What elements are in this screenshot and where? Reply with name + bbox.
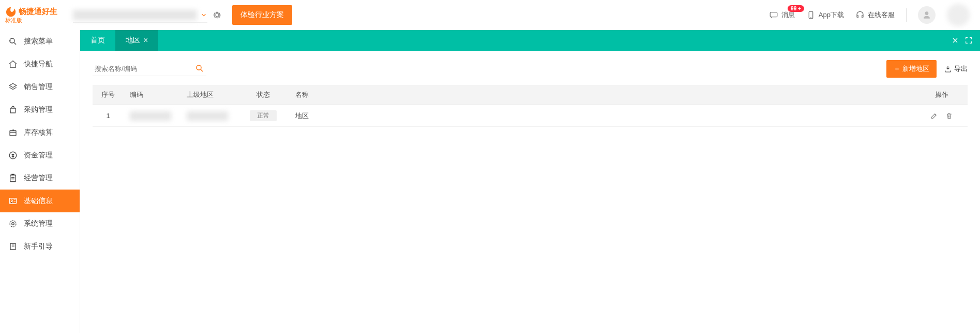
sidebar-item-label: 资金管理: [24, 151, 53, 160]
svg-rect-0: [770, 12, 777, 17]
phone-icon: [806, 10, 816, 20]
col-seq: 序号: [93, 85, 124, 105]
sidebar-item-label: 基础信息: [24, 196, 53, 206]
sidebar-item-label: 采购管理: [24, 105, 53, 114]
sidebar-item-5[interactable]: 资金管理: [0, 144, 80, 167]
tab-region[interactable]: 地区 ×: [115, 30, 158, 51]
svg-rect-6: [10, 175, 16, 182]
gear2-icon: [8, 219, 18, 228]
col-op: 操作: [916, 85, 968, 105]
close-icon[interactable]: ×: [143, 36, 148, 45]
brand-name: 畅捷通好生: [19, 7, 57, 17]
sidebar-item-8[interactable]: 系统管理: [0, 212, 80, 235]
brand-edition: 标准版: [5, 17, 57, 24]
sidebar-item-label: 库存核算: [24, 128, 53, 137]
company-name: xxxxx: [73, 10, 197, 20]
sidebar-item-label: 经营管理: [24, 173, 53, 183]
chevron-down-icon: [200, 11, 207, 19]
sidebar-item-4[interactable]: 库存核算: [0, 121, 80, 144]
svg-point-12: [197, 65, 201, 70]
support-link[interactable]: 在线客服: [855, 10, 895, 20]
money-icon: [8, 151, 18, 160]
sidebar-item-2[interactable]: 销售管理: [0, 76, 80, 98]
svg-rect-11: [10, 243, 16, 250]
sidebar-item-label: 新手引导: [24, 242, 53, 251]
sidebar-item-9[interactable]: 新手引导: [0, 235, 80, 258]
company-selector[interactable]: xxxxx: [73, 8, 207, 23]
close-all-icon[interactable]: [951, 36, 959, 45]
message-icon: [769, 10, 778, 20]
sidebar-item-label: 搜索菜单: [24, 37, 53, 46]
sidebar-item-1[interactable]: 快捷导航: [0, 53, 80, 76]
svg-rect-4: [10, 131, 16, 136]
headset-icon: [855, 10, 865, 20]
svg-point-9: [10, 221, 16, 227]
message-badge: 99 +: [788, 5, 804, 12]
add-region-button[interactable]: ＋ 新增地区: [886, 60, 937, 78]
avatar-small[interactable]: [918, 6, 936, 24]
sidebar-item-label: 快捷导航: [24, 60, 53, 69]
svg-point-10: [12, 223, 14, 225]
app-download-link[interactable]: App下载: [806, 10, 844, 20]
export-button[interactable]: 导出: [944, 64, 968, 74]
export-icon: [944, 65, 952, 73]
search-icon: [8, 37, 18, 46]
table-row: 1xx正常地区: [93, 105, 968, 127]
avatar-large[interactable]: [947, 4, 970, 26]
box-icon: [8, 128, 18, 137]
delete-icon[interactable]: [945, 112, 953, 120]
tab-home[interactable]: 首页: [80, 30, 115, 51]
clip-icon: [8, 173, 18, 183]
sidebar-item-3[interactable]: 采购管理: [0, 98, 80, 121]
settings-icon[interactable]: [213, 10, 222, 20]
book-icon: [8, 242, 18, 251]
home-icon: [8, 60, 18, 69]
brand-icon: [5, 6, 17, 18]
card-icon: [8, 196, 18, 206]
svg-point-8: [11, 200, 12, 201]
edit-icon[interactable]: [930, 112, 938, 120]
status-badge: 正常: [250, 110, 277, 121]
col-name: 名称: [289, 85, 916, 105]
sidebar-item-label: 系统管理: [24, 219, 53, 228]
bag-icon: [8, 105, 18, 114]
sidebar-item-label: 销售管理: [24, 82, 53, 92]
messages-link[interactable]: 消息 99 +: [769, 10, 795, 20]
svg-rect-7: [9, 198, 17, 204]
tag-icon: [8, 82, 18, 92]
col-parent: 上级地区: [180, 85, 237, 105]
sidebar-item-0[interactable]: 搜索菜单: [0, 30, 80, 53]
search-icon[interactable]: [195, 64, 204, 73]
sidebar-item-6[interactable]: 经营管理: [0, 167, 80, 190]
col-status: 状态: [237, 85, 289, 105]
search-input[interactable]: [93, 62, 206, 76]
svg-point-2: [810, 17, 811, 18]
plus-icon: ＋: [894, 64, 900, 74]
sidebar-item-7[interactable]: 基础信息: [0, 190, 80, 212]
col-code: 编码: [124, 85, 180, 105]
experience-button[interactable]: 体验行业方案: [232, 5, 292, 25]
fullscreen-icon[interactable]: [964, 36, 973, 45]
